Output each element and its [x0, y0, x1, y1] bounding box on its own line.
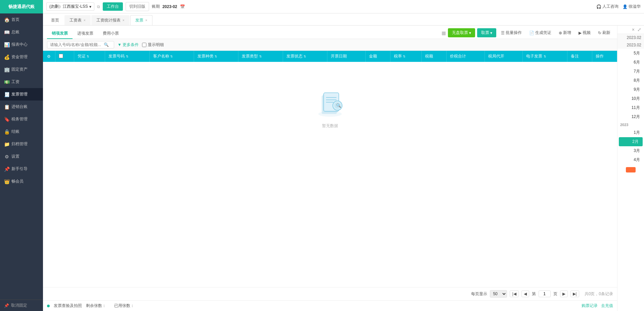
subtab-expense-receipt[interactable]: 费用小票 [98, 29, 124, 39]
th-voucher[interactable]: 凭证 ⇅ [74, 51, 105, 62]
sidebar-item-member[interactable]: 👑 畅会员 [0, 175, 43, 188]
th-issue-date[interactable]: 开票日期 [327, 51, 366, 62]
service-label: 人工咨询 [602, 4, 618, 9]
sidebar-item-settings[interactable]: ⚙ 设置 [0, 150, 43, 163]
sidebar-item-reports[interactable]: 📊 报表中心 [0, 38, 43, 51]
th-customer[interactable]: 客户名称 ⇅ [149, 51, 194, 62]
sidebar-item-close[interactable]: 🔒 结账 [0, 125, 43, 138]
company-selector[interactable]: (勿删）江西服宝-LSS ▾ [46, 2, 94, 11]
date-header-label2: 2023.02 [627, 43, 641, 47]
th-invoice-no[interactable]: 发票号码 ⇅ [105, 51, 149, 62]
purchase-record-link[interactable]: 购票记录 [582, 303, 598, 309]
date-month-12[interactable]: 12月 [617, 112, 644, 121]
select-all-checkbox[interactable] [59, 54, 63, 58]
tab-salary-table[interactable]: 工资表 × [64, 15, 91, 25]
sort-icon: ⇅ [544, 55, 546, 58]
date-year-group-2023: 1月 2月 3月 4月 [617, 128, 644, 164]
get-invoice-button[interactable]: 取票 ▾ [477, 28, 496, 37]
date-month-5[interactable]: 5月 [617, 49, 644, 58]
calendar-icon[interactable]: 📅 [180, 4, 185, 9]
panel-close-button[interactable]: × [631, 27, 635, 32]
date-2023-month-2[interactable]: 2月 [619, 137, 643, 146]
subtab-bar: 销项发票 进项发票 费用小票 ▦ 无盘取票 ▾ 取票 [43, 26, 617, 39]
th-tax-code[interactable]: 税局代开 [485, 51, 523, 62]
th-amount[interactable]: 金额 [365, 51, 390, 62]
sidebar-bottom: 📌 取消固定 [0, 300, 43, 311]
th-tax-amount-label: 税额 [425, 54, 433, 59]
sidebar-item-salary[interactable]: 💵 工资 [0, 76, 43, 88]
sidebar-item-fixed[interactable]: 🏢 固定资产 [0, 63, 43, 76]
sidebar-item-invoice[interactable]: 🧾 发票管理 [0, 88, 43, 101]
generate-voucher-button[interactable]: 📄 生成凭证 [526, 28, 554, 37]
unpin-button[interactable]: 📌 取消固定 [0, 300, 43, 311]
batch-ops-label: 批量操作 [506, 30, 522, 36]
th-settings[interactable]: ⚙ [43, 51, 55, 62]
tab-close-icon[interactable]: × [145, 18, 147, 22]
tab-home[interactable]: 首页 [46, 15, 64, 25]
open-period-button[interactable]: 开账日期 [626, 167, 636, 172]
page-number-input[interactable] [539, 290, 551, 297]
batch-ops-button[interactable]: ☰ 批量操作 [498, 28, 524, 37]
no-invoice-button[interactable]: 无盘取票 ▾ [448, 28, 475, 37]
th-checkbox[interactable] [55, 51, 74, 62]
sidebar-item-label: 进销台账 [11, 104, 28, 110]
th-tax-rate[interactable]: 税率 ⇅ [390, 51, 421, 62]
pin-icon: 📌 [4, 303, 9, 308]
last-page-button[interactable]: ▶| [570, 290, 579, 297]
th-total[interactable]: 价税合计 [446, 51, 485, 62]
dropdown-arrow-icon: ▾ [469, 31, 471, 35]
date-month-8[interactable]: 8月 [617, 76, 644, 85]
sidebar-item-label: 结账 [11, 129, 19, 134]
copy-icon[interactable]: ⧉ [97, 4, 100, 9]
date-month-10[interactable]: 10月 [617, 94, 644, 103]
date-2023-month-1[interactable]: 1月 [617, 128, 644, 137]
sidebar-item-tax[interactable]: 🔖 税务管理 [0, 113, 43, 125]
sidebar-item-sales[interactable]: 📋 进销台账 [0, 101, 43, 113]
tab-salary-stats[interactable]: 工资统计报表 × [91, 15, 130, 25]
date-month-11[interactable]: 11月 [617, 103, 644, 112]
th-invoice-status[interactable]: 发票状态 ⇅ [283, 51, 327, 62]
sidebar-item-home[interactable]: 🏠 首页 [0, 13, 43, 26]
th-remark[interactable]: 备注 [567, 51, 592, 62]
panel-expand-button[interactable]: ⤢ [637, 27, 642, 32]
video-button[interactable]: ▶ 视频 [576, 28, 593, 37]
toolbar-right: ▦ 无盘取票 ▾ 取票 ▾ ☰ 批量操作 📄 生成凭 [442, 28, 613, 39]
user-avatar[interactable]: 👤 徐溢华 [623, 4, 641, 9]
sidebar-item-funds[interactable]: 💰 资金管理 [0, 51, 43, 63]
oldversion-button[interactable]: 切到旧版 [126, 2, 149, 11]
show-detail-checkbox-label[interactable]: 显示明细 [142, 42, 164, 48]
first-page-button[interactable]: |◀ [510, 290, 518, 297]
unpin-label: 取消固定 [11, 303, 27, 308]
more-conditions-button[interactable]: ▼ 更多条件 [118, 42, 139, 48]
prev-page-button[interactable]: ◀ [521, 290, 529, 297]
table-container: ⚙ 凭证 ⇅ 发票号码 ⇅ 客户名称 ⇅ 发票种类 ⇅ 发票类型 ⇅ 发票状态 … [43, 51, 617, 287]
page-size-select[interactable]: 50 20 100 [490, 290, 507, 298]
subtab-sales-invoice[interactable]: 销项发票 [47, 29, 73, 39]
date-month-6[interactable]: 6月 [617, 58, 644, 67]
sidebar-item-archive[interactable]: 📁 归档管理 [0, 138, 43, 150]
next-page-button[interactable]: ▶ [560, 290, 568, 297]
show-detail-checkbox[interactable] [142, 43, 146, 47]
tab-invoice[interactable]: 发票 × [130, 15, 152, 25]
tab-close-icon[interactable]: × [84, 18, 86, 22]
date-2023-month-4[interactable]: 4月 [617, 155, 644, 164]
date-month-9[interactable]: 9月 [617, 85, 644, 94]
service-button[interactable]: 🎧 人工咨询 [596, 4, 618, 9]
recharge-link[interactable]: 去充值 [601, 303, 613, 309]
search-box[interactable]: 🔍 [47, 41, 114, 48]
workspace-button[interactable]: 工作台 [103, 2, 123, 11]
th-invoice-category[interactable]: 发票类型 ⇅ [238, 51, 283, 62]
sidebar-item-ledger[interactable]: 📖 总账 [0, 26, 43, 38]
add-button[interactable]: ⊕ 新增 [556, 28, 574, 37]
date-2023-month-3[interactable]: 3月 [617, 146, 644, 155]
subtab-purchase-invoice[interactable]: 进项发票 [73, 29, 98, 39]
th-e-invoice[interactable]: 电子发票 ⇅ [523, 51, 567, 62]
sidebar-item-guide[interactable]: 📌 新手引导 [0, 163, 43, 175]
th-invoice-type[interactable]: 发票种类 ⇅ [194, 51, 238, 62]
tab-close-icon[interactable]: × [123, 18, 125, 22]
date-month-7[interactable]: 7月 [617, 67, 644, 76]
th-action[interactable]: 操作 [592, 51, 617, 62]
th-tax-amount[interactable]: 税额 [421, 51, 446, 62]
search-input[interactable] [50, 42, 104, 47]
refresh-button[interactable]: ↻ 刷新 [595, 28, 613, 37]
